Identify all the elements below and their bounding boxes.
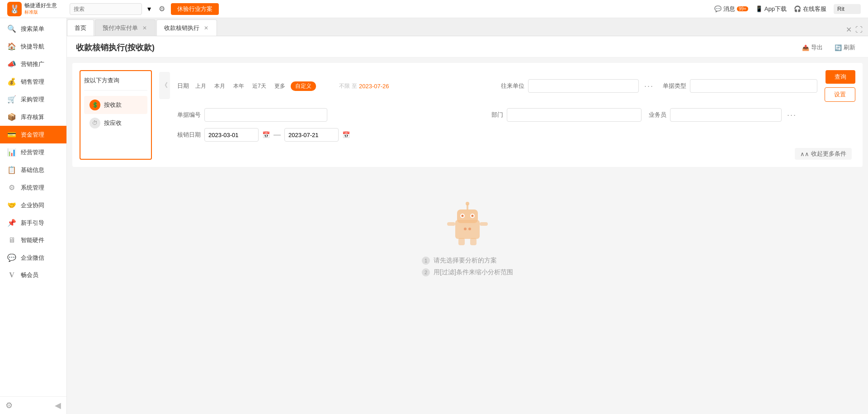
- sidebar-item-member[interactable]: V 畅会员: [0, 266, 66, 284]
- wechat-icon: 💬: [7, 253, 16, 262]
- verify-date-end-input[interactable]: [284, 128, 339, 142]
- sidebar-item-marketing[interactable]: 📣 营销推广: [0, 55, 66, 73]
- sidebar-label: 采购管理: [21, 95, 44, 104]
- filter-collapse-btn[interactable]: 《: [159, 72, 170, 99]
- app-icon: 📱: [755, 5, 763, 12]
- filter-btn-col: 查询 设置: [825, 70, 855, 102]
- collapse-up-icon: ∧∧: [800, 151, 809, 157]
- settings-bottom-icon[interactable]: ⚙: [5, 400, 13, 410]
- sales-icon: 💰: [7, 77, 16, 86]
- app-label: App下载: [764, 5, 787, 13]
- msg-btn[interactable]: 💬 消息 99+: [714, 5, 748, 13]
- logo-icon: 🐰: [7, 2, 22, 16]
- empty-tip-2: 2 用[过滤]条件来缩小分析范围: [422, 268, 513, 276]
- topbar-dropdown-btn[interactable]: ▾: [144, 4, 155, 14]
- tab-receipt-label: 收款核销执行: [164, 24, 199, 32]
- tab-receipt-offset[interactable]: 收款核销执行 ✕: [156, 19, 217, 36]
- sidebar-label: 资金管理: [21, 131, 44, 139]
- doc-number-input[interactable]: [204, 108, 327, 122]
- solution-btn[interactable]: 休验行业方案: [171, 3, 219, 15]
- filter-form: 日期 上月 本月 本年 近7天 更多 自定义 不限: [177, 70, 855, 160]
- salesperson-input[interactable]: [670, 108, 782, 122]
- sidebar-item-system[interactable]: ⚙ 系统管理: [0, 179, 66, 196]
- collapse-more-btn[interactable]: ∧∧ 收起更多条件: [795, 148, 852, 160]
- date-this-month-btn[interactable]: 本月: [212, 81, 228, 91]
- export-btn[interactable]: 📤 导出: [798, 42, 826, 53]
- onboard-icon: 📌: [7, 219, 16, 227]
- sidebar-label: 营销推广: [21, 60, 44, 68]
- topbar-search-input[interactable]: [70, 3, 142, 15]
- salesperson-more-btn[interactable]: ···: [785, 110, 798, 120]
- tab-bar: 首页 预付冲应付单 ✕ 收款核销执行 ✕ ✕ ⛶: [67, 18, 868, 36]
- sidebar-item-finance[interactable]: 💳 资金管理: [0, 126, 66, 143]
- tab-expand-btn[interactable]: ⛶: [855, 26, 863, 34]
- tab-close-all-btn[interactable]: ✕: [846, 25, 852, 34]
- svg-point-13: [468, 228, 471, 230]
- verify-date-start-calendar-icon[interactable]: 📅: [262, 131, 270, 138]
- sidebar-label: 系统管理: [21, 184, 44, 192]
- date-this-year-btn[interactable]: 本年: [231, 81, 247, 91]
- sidebar-item-basic-info[interactable]: 📋 基础信息: [0, 161, 66, 179]
- sidebar-item-wechat[interactable]: 💬 企业微信: [0, 249, 66, 266]
- tab-prepay-offset[interactable]: 预付冲应付单 ✕: [95, 19, 156, 36]
- date-7days-btn[interactable]: 近7天: [250, 81, 269, 91]
- sidebar-item-search-menu[interactable]: 🔍 搜索菜单: [0, 20, 66, 38]
- sidebar-item-purchase[interactable]: 🛒 采购管理: [0, 90, 66, 108]
- sidebar-item-operations[interactable]: 📊 经营管理: [0, 143, 66, 161]
- filter-option-by-receipt[interactable]: 💲 按收款: [84, 96, 147, 114]
- logo-area: 🐰 畅捷通好生意 标准版: [7, 2, 57, 16]
- service-label: 在线客服: [803, 5, 826, 13]
- date-last-month-btn[interactable]: 上月: [193, 81, 209, 91]
- settings-btn[interactable]: 设置: [825, 87, 855, 102]
- tab-home[interactable]: 首页: [67, 19, 94, 36]
- counterpart-input[interactable]: [528, 79, 639, 93]
- service-btn[interactable]: 🎧 在线客服: [794, 5, 826, 13]
- sidebar-item-onboard[interactable]: 📌 新手引导: [0, 214, 66, 232]
- salesperson-field: 业务员 ···: [649, 108, 799, 122]
- robot-illustration: [443, 200, 492, 249]
- sidebar-item-inventory[interactable]: 📦 库存核算: [0, 108, 66, 126]
- search-icon: 🔍: [7, 24, 16, 33]
- verify-date-field: 核销日期 📅 — 📅: [177, 128, 350, 142]
- doc-type-select[interactable]: [690, 79, 817, 93]
- sidebar-item-enterprise[interactable]: 🤝 企业协同: [0, 196, 66, 214]
- dept-select[interactable]: [507, 108, 642, 122]
- dept-field: 部门: [491, 108, 642, 122]
- tab-receipt-close[interactable]: ✕: [203, 24, 209, 32]
- date-custom-btn[interactable]: 自定义: [291, 81, 316, 91]
- empty-tip-1: 1 请先选择要分析的方案: [422, 257, 513, 265]
- sidebar-items: 🔍 搜索菜单 🏠 快捷导航 📣 营销推广 💰 销售管理 🛒 采购管理 📦: [0, 18, 66, 396]
- query-btn[interactable]: 查询: [826, 70, 855, 84]
- sidebar-label: 搜索菜单: [21, 25, 44, 33]
- date-nolimit-label: 不限: [339, 82, 350, 90]
- verify-date-end-calendar-icon[interactable]: 📅: [342, 131, 350, 138]
- topbar-gear-btn[interactable]: ⚙: [156, 4, 167, 14]
- sidebar-label: 基础信息: [21, 166, 44, 174]
- logo-text-area: 畅捷通好生意 标准版: [24, 2, 57, 16]
- page-actions: 📤 导出 🔄 刷新: [798, 42, 859, 53]
- system-icon: ⚙: [7, 183, 16, 192]
- sidebar-collapse-btn[interactable]: ◀: [55, 400, 61, 410]
- doc-type-label: 单据类型: [663, 82, 686, 90]
- svg-point-5: [472, 215, 474, 217]
- sidebar-item-quick-nav[interactable]: 🏠 快捷导航: [0, 38, 66, 55]
- filter-row-1: 日期 上月 本月 本年 近7天 更多 自定义 不限: [177, 70, 855, 102]
- verify-date-label: 核销日期: [177, 131, 201, 139]
- topbar-search-area: ▾ ⚙: [70, 3, 167, 15]
- sidebar-item-smart-hw[interactable]: 🖥 智能硬件: [0, 232, 66, 249]
- counterpart-more-btn[interactable]: ···: [642, 81, 656, 91]
- page-content: 按以下方查询 💲 按收款 ⏱ 按应收 《: [67, 57, 868, 414]
- app-download-btn[interactable]: 📱 App下载: [755, 5, 787, 13]
- sidebar-item-sales[interactable]: 💰 销售管理: [0, 73, 66, 90]
- verify-date-start-input[interactable]: [204, 128, 259, 142]
- inventory-icon: 📦: [7, 113, 16, 121]
- svg-point-7: [466, 202, 469, 205]
- refresh-btn[interactable]: 🔄 刷新: [831, 42, 859, 53]
- sidebar: 🔍 搜索菜单 🏠 快捷导航 📣 营销推广 💰 销售管理 🛒 采购管理 📦: [0, 18, 67, 414]
- user-avatar[interactable]: Rit: [834, 4, 861, 14]
- date-more-btn[interactable]: 更多: [272, 81, 288, 91]
- tab-prepay-close[interactable]: ✕: [142, 24, 148, 32]
- filter-option-by-receivable[interactable]: ⏱ 按应收: [84, 114, 147, 132]
- finance-icon: 💳: [7, 130, 16, 139]
- sidebar-label: 企业微信: [21, 254, 44, 262]
